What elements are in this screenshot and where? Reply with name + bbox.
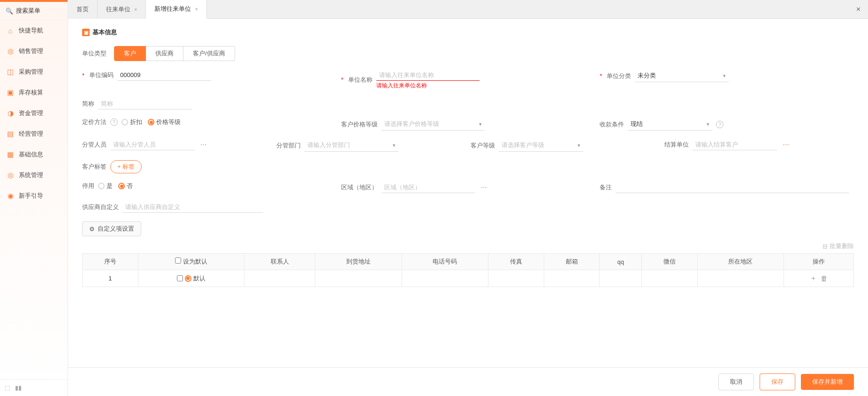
col-region: 所在地区 (697, 254, 784, 270)
sidebar-item-quick-nav[interactable]: ⌂ 快捷导航 (0, 20, 68, 41)
customer-grade-chevron: ▾ (578, 142, 580, 148)
cell-address (315, 270, 402, 287)
manager-more-btn[interactable]: ··· (198, 140, 208, 149)
tab-new-partner[interactable]: 新增往来单位 × (146, 0, 206, 19)
finance-icon: ◑ (6, 109, 15, 118)
tab-partner-list[interactable]: 往来单位 × (98, 0, 146, 19)
unit-code-input[interactable] (117, 70, 211, 81)
tab-home-label: 首页 (76, 5, 89, 14)
radio-no-label: 否 (127, 182, 133, 190)
tab-partner-list-label: 往来单位 (106, 5, 130, 14)
customer-price-select[interactable]: 请选择客户价格等级 ▾ (381, 118, 485, 131)
col-fax: 传真 (488, 254, 544, 270)
sidebar-item-new-guide[interactable]: ◉ 新手引导 (0, 186, 68, 206)
cell-qq (600, 270, 642, 287)
settlement-more-btn[interactable]: ··· (781, 140, 791, 149)
search-icon: 🔍 (6, 8, 13, 15)
dept-chevron: ▾ (393, 142, 396, 148)
basic-info-icon: ▦ (6, 150, 15, 159)
tab-new-partner-close[interactable]: × (195, 6, 198, 12)
system-icon: ◎ (6, 171, 15, 180)
add-row-btn[interactable]: ＋ (810, 274, 817, 283)
unit-name-label: 单位名称 (348, 76, 373, 84)
settlement-input[interactable] (693, 139, 777, 150)
manager-label: 分管人员 (82, 140, 107, 149)
field-disabled: 停用 是 否 (82, 182, 336, 190)
default-radio-circle (185, 275, 191, 282)
field-pricing-method: 定价方法 ? 折扣 价格等级 (82, 118, 336, 126)
col-contact: 联系人 (244, 254, 315, 270)
sidebar-item-operations[interactable]: ▤ 经营管理 (0, 124, 68, 144)
field-unit-name: * 单位名称 请输入往来单位名称 (336, 70, 595, 90)
customer-grade-select[interactable]: 请选择客户等级 ▾ (499, 139, 583, 152)
manager-input[interactable] (110, 139, 195, 150)
row-checkbox[interactable] (177, 275, 183, 281)
type-btn-both[interactable]: 客户/供应商 (183, 46, 235, 61)
unit-name-input[interactable] (376, 70, 480, 81)
new-guide-icon: ◉ (6, 191, 15, 201)
field-remark: 备注 (595, 182, 854, 193)
required-star-code: * (82, 72, 84, 79)
sidebar-item-finance[interactable]: ◑ 资金管理 (0, 103, 68, 124)
delete-row-btn[interactable]: 🗑 (821, 274, 828, 282)
select-all-checkbox[interactable] (175, 257, 181, 264)
batch-delete-label[interactable]: 批量删除 (830, 242, 854, 250)
radio-discount[interactable]: 折扣 (122, 118, 142, 126)
radio-grade[interactable]: 价格等级 (148, 118, 181, 126)
sidebar-item-sales[interactable]: ◎ 销售管理 (0, 41, 68, 62)
remark-input[interactable] (616, 182, 849, 193)
sidebar: 🔍 搜索菜单 ⌂ 快捷导航 ◎ 销售管理 ◫ 采购管理 ▣ 库存核算 ◑ 资金管… (0, 0, 68, 396)
tab-home[interactable]: 首页 (68, 0, 98, 19)
sidebar-search[interactable]: 🔍 搜索菜单 (0, 2, 68, 20)
dept-label: 分管部门 (276, 141, 301, 150)
radio-grade-label: 价格等级 (156, 118, 181, 126)
payment-help[interactable]: ? (716, 121, 723, 128)
dept-select[interactable]: 请输入分管部门 ▾ (305, 139, 398, 152)
tab-partner-list-close[interactable]: × (134, 7, 137, 12)
sidebar-item-basic-info[interactable]: ▦ 基础信息 (0, 144, 68, 165)
cancel-button[interactable]: 取消 (718, 373, 754, 390)
type-btn-customer[interactable]: 客户 (114, 46, 146, 61)
window-close-button[interactable]: × (849, 5, 868, 14)
customer-price-chevron: ▾ (479, 121, 482, 127)
tab-new-partner-label: 新增往来单位 (154, 5, 191, 13)
purchase-icon: ◫ (6, 67, 15, 77)
radio-no[interactable]: 否 (118, 182, 133, 190)
inventory-icon: ▣ (6, 88, 15, 97)
short-name-label: 简称 (82, 100, 94, 108)
payment-select[interactable]: 现结 ▾ (628, 118, 712, 131)
cell-region (697, 270, 784, 287)
pricing-method-help[interactable]: ? (110, 118, 118, 126)
field-unit-code: * 单位编码 (82, 70, 336, 81)
required-star-name: * (341, 76, 343, 83)
table-row: 1 默认 (83, 270, 854, 287)
unit-type-row: 单位类型 客户 供应商 客户/供应商 (82, 46, 854, 61)
short-name-input[interactable] (98, 98, 192, 109)
contacts-table: 序号 设为默认 联系人 到货地址 电话号码 传真 邮箱 qq 微信 所在地区 操… (82, 253, 854, 287)
field-manager: 分管人员 ··· (82, 139, 272, 150)
supplier-custom-input[interactable] (122, 202, 263, 213)
sidebar-item-inventory[interactable]: ▣ 库存核算 (0, 82, 68, 103)
save-button[interactable]: 保存 (760, 373, 795, 390)
custom-settings-button[interactable]: ⚙ 自定义项设置 (82, 221, 141, 236)
radio-yes[interactable]: 是 (98, 182, 113, 190)
remark-label: 备注 (600, 183, 612, 192)
radio-discount-circle (122, 119, 128, 125)
region-more-btn[interactable]: ··· (479, 183, 489, 192)
sidebar-item-system[interactable]: ◎ 系统管理 (0, 165, 68, 186)
radio-discount-label: 折扣 (130, 118, 142, 126)
quick-nav-icon: ⌂ (6, 26, 15, 35)
col-phone: 电话号码 (402, 254, 488, 270)
unit-category-select[interactable]: 未分类 ▾ (635, 70, 729, 82)
sidebar-label-purchase: 采购管理 (19, 68, 43, 76)
sidebar-item-purchase[interactable]: ◫ 采购管理 (0, 62, 68, 82)
customer-grade-label: 客户等级 (471, 141, 495, 150)
save-new-button[interactable]: 保存并新增 (801, 374, 854, 390)
form-row-6: 停用 是 否 区域（地区） ··· (82, 182, 854, 193)
form-row-1: * 单位编码 * 单位名称 请输入往来单位名称 * 单位分类 未分类 ▾ (82, 70, 854, 90)
region-input[interactable] (381, 182, 475, 193)
add-tag-button[interactable]: + 标签 (110, 160, 142, 173)
type-btn-supplier[interactable]: 供应商 (146, 46, 183, 61)
default-radio[interactable]: 默认 (185, 274, 206, 283)
sidebar-label-basic-info: 基础信息 (19, 150, 43, 159)
